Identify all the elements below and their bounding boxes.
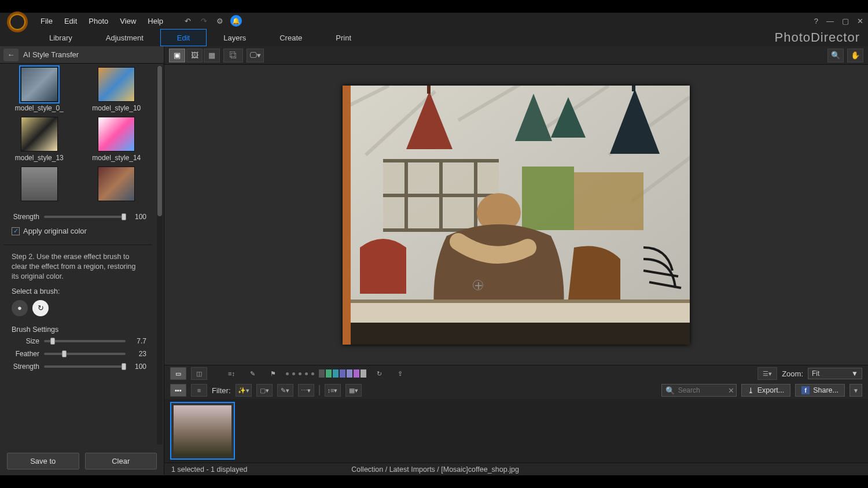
rotate-icon[interactable]: ↻ bbox=[371, 367, 387, 380]
filmstrip-small-icon[interactable]: ▪▪▪ bbox=[170, 384, 186, 397]
canvas-image[interactable] bbox=[343, 86, 690, 345]
clear-search-icon[interactable]: ✕ bbox=[728, 386, 734, 395]
pencil-icon[interactable]: ✎ bbox=[244, 367, 260, 380]
maximize-icon[interactable]: ▢ bbox=[842, 17, 849, 25]
save-to-button[interactable]: Save to bbox=[7, 453, 79, 469]
brush-strength-slider[interactable] bbox=[44, 365, 126, 368]
close-icon[interactable]: ✕ bbox=[857, 17, 863, 25]
share-dropdown-icon[interactable]: ▼ bbox=[849, 384, 862, 397]
tab-print[interactable]: Print bbox=[319, 29, 368, 46]
style-thumb-extra2[interactable] bbox=[81, 167, 153, 204]
svg-rect-20 bbox=[522, 167, 574, 230]
size-label: Size bbox=[9, 337, 39, 345]
brush-restore-icon[interactable]: ↻ bbox=[32, 300, 49, 316]
export-icon: ⤓ bbox=[748, 386, 754, 395]
layout-split-icon[interactable]: ◫ bbox=[191, 367, 207, 380]
tab-layers[interactable]: Layers bbox=[207, 29, 263, 46]
svg-rect-8 bbox=[427, 86, 431, 94]
size-slider[interactable] bbox=[44, 340, 126, 342]
zoom-value: Fit bbox=[812, 369, 819, 378]
export-button[interactable]: ⤓ Export... bbox=[741, 384, 791, 397]
menu-photo[interactable]: Photo bbox=[83, 14, 114, 28]
help-icon[interactable]: ? bbox=[814, 17, 818, 25]
apply-original-label: Apply original color bbox=[23, 227, 87, 235]
style-label: model_style_0_ bbox=[15, 104, 64, 112]
list-icon[interactable]: ☰▾ bbox=[757, 367, 777, 380]
zoom-label: Zoom: bbox=[782, 369, 803, 378]
menu-edit[interactable]: Edit bbox=[58, 14, 83, 28]
style-thumb-14[interactable]: model_style_14 bbox=[81, 117, 153, 162]
brush-erase-icon[interactable]: ● bbox=[12, 300, 28, 316]
feather-slider[interactable] bbox=[44, 353, 126, 355]
tab-edit[interactable]: Edit bbox=[160, 29, 207, 46]
brush-settings-title: Brush Settings bbox=[3, 322, 152, 335]
filter-wand-icon[interactable]: ✨▾ bbox=[236, 384, 252, 397]
monitor-icon[interactable]: 🖵▾ bbox=[247, 49, 264, 62]
view-image-icon[interactable]: 🖼 bbox=[186, 49, 203, 62]
app-logo[interactable] bbox=[7, 12, 28, 32]
notification-icon[interactable]: 🔔 bbox=[230, 14, 242, 27]
left-panel: ← AI Style Transfer model_style_0_ model… bbox=[0, 46, 164, 475]
apply-original-checkbox[interactable]: ✓ bbox=[12, 227, 20, 235]
search-input[interactable]: 🔍 ✕ bbox=[661, 384, 737, 397]
compare-icon[interactable]: ⿻ bbox=[223, 49, 243, 62]
size-value: 7.7 bbox=[130, 337, 146, 345]
filter-stack-icon[interactable]: ▦▾ bbox=[345, 384, 362, 397]
undo-icon[interactable]: ↶ bbox=[181, 14, 194, 27]
brush-strength-label: Strength bbox=[9, 363, 39, 371]
left-scrollbar[interactable] bbox=[157, 66, 163, 445]
style-label: model_style_13 bbox=[15, 154, 64, 162]
pan-tool-icon[interactable]: ✋ bbox=[847, 49, 863, 62]
layout-single-icon[interactable]: ▭ bbox=[170, 367, 186, 380]
filter-sort-icon[interactable]: ↕≡▾ bbox=[325, 384, 341, 397]
zoom-select[interactable]: Fit▼ bbox=[808, 368, 862, 379]
style-thumb-10[interactable]: model_style_10 bbox=[81, 67, 153, 112]
sort-icon[interactable]: ≡↕ bbox=[223, 367, 240, 380]
tab-library[interactable]: Library bbox=[32, 29, 89, 46]
brand-label: PhotoDirector bbox=[766, 30, 868, 45]
share-button[interactable]: f Share... bbox=[795, 384, 845, 397]
menu-help[interactable]: Help bbox=[142, 14, 169, 28]
filter-label: Filter: bbox=[212, 386, 231, 395]
svg-rect-26 bbox=[343, 300, 690, 303]
menu-file[interactable]: File bbox=[35, 14, 58, 28]
status-selection: 1 selected - 1 displayed bbox=[171, 465, 247, 474]
strength-value: 100 bbox=[130, 213, 146, 221]
minimize-icon[interactable]: — bbox=[826, 17, 834, 25]
strength-label: Strength bbox=[9, 213, 39, 221]
facebook-icon: f bbox=[801, 386, 810, 394]
tab-adjustment[interactable]: Adjustment bbox=[89, 29, 160, 46]
strength-slider[interactable] bbox=[44, 216, 126, 218]
color-label-swatches[interactable] bbox=[319, 369, 366, 378]
panel-title: AI Style Transfer bbox=[23, 50, 79, 59]
menu-view[interactable]: View bbox=[114, 14, 142, 28]
filmstrip-lines-icon[interactable]: ≡ bbox=[191, 384, 207, 397]
film-thumb-1[interactable] bbox=[170, 402, 235, 460]
status-path: Collection / Latest Imports / [Mosaic]co… bbox=[351, 465, 519, 474]
feather-value: 23 bbox=[130, 350, 146, 358]
back-icon[interactable]: ← bbox=[3, 49, 19, 61]
style-label: model_style_14 bbox=[92, 154, 141, 162]
search-icon: 🔍 bbox=[665, 386, 675, 395]
brush-cursor-icon bbox=[473, 280, 483, 290]
clear-button[interactable]: Clear bbox=[85, 453, 157, 469]
settings-icon[interactable]: ⚙ bbox=[214, 14, 226, 27]
style-thumb-extra1[interactable] bbox=[3, 167, 75, 204]
flag-icon[interactable]: ⚑ bbox=[265, 367, 281, 380]
svg-rect-12 bbox=[632, 86, 635, 91]
view-grid-icon[interactable]: ▦ bbox=[204, 49, 220, 62]
filter-pen-icon[interactable]: ✎▾ bbox=[277, 384, 293, 397]
style-thumb-13[interactable]: model_style_13 bbox=[3, 117, 75, 162]
style-thumb-0[interactable]: model_style_0_ bbox=[3, 67, 75, 112]
filter-rect-icon[interactable]: ▢▾ bbox=[256, 384, 273, 397]
view-single-icon[interactable]: ▣ bbox=[169, 49, 185, 62]
filter-dots-icon[interactable]: ⋯▾ bbox=[298, 384, 314, 397]
svg-rect-21 bbox=[574, 172, 643, 230]
tab-create[interactable]: Create bbox=[263, 29, 319, 46]
svg-rect-28 bbox=[343, 86, 351, 345]
redo-icon[interactable]: ↷ bbox=[197, 14, 210, 27]
feather-label: Feather bbox=[9, 350, 39, 358]
rating-dots[interactable] bbox=[286, 372, 314, 375]
export-arrow-icon[interactable]: ⇪ bbox=[392, 367, 408, 380]
zoom-tool-icon[interactable]: 🔍 bbox=[827, 49, 844, 62]
